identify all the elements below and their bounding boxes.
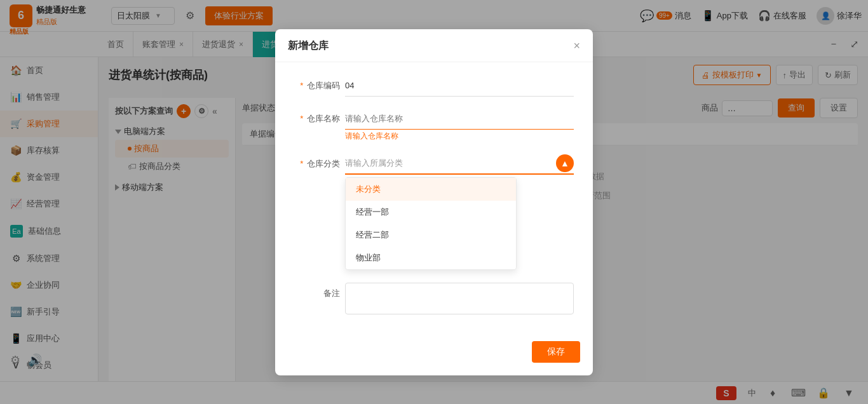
form-row-warehouse-category: * 仓库分类 请输入所属分类 ▲ 未分类 经营一部 (294, 153, 574, 175)
save-button[interactable]: 保存 (532, 341, 580, 363)
form-row-warehouse-code: * 仓库编码 (294, 75, 574, 97)
warehouse-name-label: * 仓库名称 (294, 108, 345, 125)
note-field (345, 283, 574, 317)
dropdown-item-uncategorized[interactable]: 未分类 (346, 178, 516, 201)
warehouse-name-input[interactable] (345, 108, 574, 130)
note-input[interactable] (345, 283, 574, 314)
warehouse-code-label: * 仓库编码 (294, 75, 345, 91)
modal-close-icon[interactable]: × (573, 40, 580, 51)
category-dropdown: 未分类 经营一部 经营二部 物业部 (345, 177, 517, 270)
form-row-note: 备注 (294, 283, 574, 317)
modal-body: * 仓库编码 * 仓库名称 请输入仓库名称 (275, 62, 593, 335)
dropdown-item-ops1[interactable]: 经营一部 (346, 201, 516, 224)
modal-footer: 保存 (275, 335, 593, 375)
modal-title: 新增仓库 (288, 39, 329, 53)
warehouse-code-field (345, 75, 574, 97)
required-star-2-icon: * (300, 114, 303, 123)
dropdown-item-property[interactable]: 物业部 (346, 246, 516, 269)
warehouse-name-field: 请输入仓库名称 (345, 108, 574, 142)
required-star-3-icon: * (300, 159, 303, 168)
warehouse-code-input[interactable] (345, 75, 574, 97)
chevron-up-icon[interactable]: ▲ (556, 154, 574, 172)
form-row-warehouse-name: * 仓库名称 请输入仓库名称 (294, 108, 574, 142)
warehouse-category-label: * 仓库分类 (294, 153, 345, 170)
warehouse-name-error: 请输入仓库名称 (345, 131, 574, 142)
modal-overlay[interactable]: 新增仓库 × * 仓库编码 * 仓库名称 (0, 0, 868, 404)
dropdown-item-ops2[interactable]: 经营二部 (346, 224, 516, 246)
warehouse-category-selector[interactable]: 请输入所属分类 (345, 153, 574, 175)
note-label: 备注 (294, 283, 345, 299)
required-star-icon: * (300, 81, 303, 90)
modal-header: 新增仓库 × (275, 29, 593, 62)
modal-add-warehouse: 新增仓库 × * 仓库编码 * 仓库名称 (275, 29, 593, 375)
warehouse-category-field: 请输入所属分类 ▲ 未分类 经营一部 经营二部 (345, 153, 574, 175)
category-placeholder: 请输入所属分类 (345, 158, 403, 169)
